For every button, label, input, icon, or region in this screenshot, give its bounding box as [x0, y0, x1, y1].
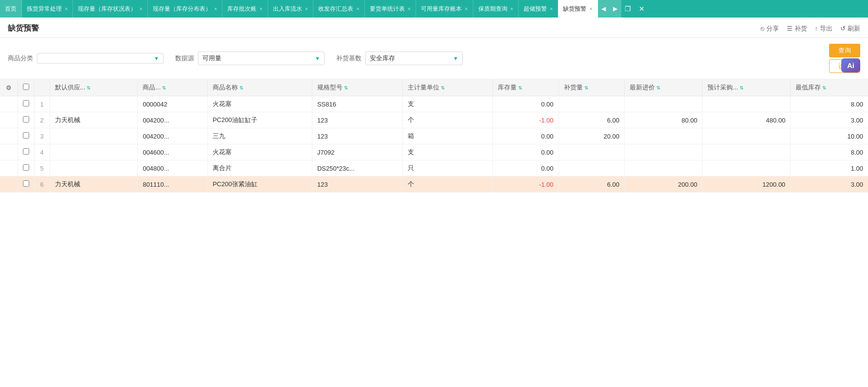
replenish-action[interactable]: ☰ 补货 [787, 24, 807, 33]
tab-inventory-status-close[interactable]: × [139, 6, 142, 12]
row-min-stock: 3.00 [791, 112, 868, 128]
th-goods-name[interactable]: 商品名称 ⇅ [207, 79, 312, 96]
row-goods-name: 火花塞 [207, 144, 312, 160]
th-checkbox[interactable] [18, 79, 34, 96]
tab-close-button[interactable]: ✕ [635, 0, 649, 18]
row-goods-code: 004600... [138, 144, 207, 160]
replenish-basis-filter: 补货基数 安全库存 ▼ [336, 52, 463, 65]
tab-prev-button[interactable]: ◀ [598, 0, 610, 18]
category-select[interactable]: ▼ [37, 53, 163, 64]
row-min-stock: 3.00 [791, 176, 868, 193]
tab-abnormal-close[interactable]: × [65, 6, 68, 12]
row-number: 3 [34, 128, 50, 144]
category-arrow-icon: ▼ [154, 55, 159, 61]
tab-shortage[interactable]: 缺货预警 × [558, 0, 597, 18]
th-unit[interactable]: 主计量单位 ⇅ [403, 79, 493, 96]
row-checkbox-cell[interactable] [18, 176, 34, 193]
row-goods-name: 火花塞 [207, 96, 312, 112]
tab-expiry[interactable]: 保质期查询 × [473, 0, 519, 18]
tab-receive-summary-close[interactable]: × [356, 6, 359, 12]
table-row: 3 004200... 三九 123 箱 0.00 20.00 10.00 [0, 128, 868, 144]
row-checkbox[interactable] [23, 148, 29, 155]
row-latest-price: 200.00 [624, 176, 702, 193]
th-min-stock[interactable]: 最低库存 ⇅ [791, 79, 868, 96]
row-goods-code: 004800... [138, 160, 207, 176]
tab-inventory-dist-close[interactable]: × [214, 6, 217, 12]
tab-restore-button[interactable]: ❐ [621, 0, 635, 18]
ai-badge[interactable]: Ai [841, 58, 860, 72]
tab-shortage-close[interactable]: × [589, 6, 592, 12]
row-latest-price [624, 128, 702, 144]
table-row: 1 0000042 火花塞 SS816 支 0.00 8.00 [0, 96, 868, 112]
row-checkbox[interactable] [23, 100, 29, 106]
tab-expiry-close[interactable]: × [510, 6, 513, 12]
tab-batch-account[interactable]: 库存批次账 × [222, 0, 268, 18]
est-purchase-sort-icon: ⇅ [740, 85, 743, 90]
tab-inventory-status-label: 现存量（库存状况表） [78, 5, 136, 13]
row-goods-code: 801110... [138, 176, 207, 193]
tab-receive-summary[interactable]: 收发存汇总表 × [313, 0, 364, 18]
row-supplier [50, 160, 138, 176]
row-stock: -1.00 [493, 112, 559, 128]
row-checkbox-cell[interactable] [18, 144, 34, 160]
tab-inventory-status[interactable]: 现存量（库存状况表） × [73, 0, 147, 18]
replenish-icon: ☰ [787, 25, 793, 32]
th-gear[interactable]: ⚙ [0, 79, 18, 96]
row-checkbox-cell[interactable] [18, 128, 34, 144]
th-spec[interactable]: 规格型号 ⇅ [312, 79, 402, 96]
th-replenish[interactable]: 补货量 ⇅ [559, 79, 624, 96]
th-goods-code[interactable]: 商品... ⇅ [138, 79, 207, 96]
row-min-stock: 8.00 [791, 144, 868, 160]
row-checkbox[interactable] [23, 164, 29, 171]
th-min-stock-label: 最低库存 [796, 83, 821, 92]
refresh-icon: ↺ [840, 25, 846, 32]
tab-batch-account-close[interactable]: × [259, 6, 262, 12]
th-stock-label: 库存量 [498, 83, 517, 92]
unit-sort-icon: ⇅ [441, 85, 445, 90]
goods-name-sort-icon: ⇅ [239, 85, 243, 90]
tab-overstock-close[interactable]: × [550, 6, 553, 12]
row-goods-name: 三九 [207, 128, 312, 144]
tab-req-stats[interactable]: 要货单统计表 × [365, 0, 416, 18]
tab-inout-flow-close[interactable]: × [305, 6, 308, 12]
refresh-action[interactable]: ↺ 刷新 [840, 24, 860, 33]
tab-avail-ledger[interactable]: 可用量库存账本 × [416, 0, 473, 18]
th-est-purchase[interactable]: 预计采购... ⇅ [703, 79, 791, 96]
row-latest-price [624, 160, 702, 176]
row-stock: 0.00 [493, 160, 559, 176]
row-est-purchase: 1200.00 [703, 176, 791, 193]
row-est-purchase [703, 144, 791, 160]
tab-home[interactable]: 首页 [0, 0, 22, 18]
replenish-sort-icon: ⇅ [584, 85, 588, 90]
row-checkbox-cell[interactable] [18, 160, 34, 176]
table-row: 4 004600... 火花塞 J7092 支 0.00 8.00 [0, 144, 868, 160]
row-checkbox-cell[interactable] [18, 96, 34, 112]
row-number: 2 [34, 112, 50, 128]
tab-inventory-dist[interactable]: 现存量（库存分布表） × [148, 0, 222, 18]
share-action[interactable]: ⎋ 分享 [760, 24, 779, 33]
row-checkbox[interactable] [23, 116, 29, 123]
datasource-select[interactable]: 可用量 ▼ [198, 52, 325, 65]
export-action[interactable]: ↑ 导出 [815, 24, 833, 33]
tab-next-button[interactable]: ▶ [610, 0, 621, 18]
tab-avail-ledger-close[interactable]: × [465, 6, 468, 12]
th-supplier[interactable]: 默认供应... ⇅ [50, 79, 138, 96]
row-est-purchase [703, 96, 791, 112]
row-checkbox-cell[interactable] [18, 112, 34, 128]
select-all-checkbox[interactable] [23, 84, 29, 90]
tab-req-stats-close[interactable]: × [408, 6, 411, 12]
row-stock: 0.00 [493, 96, 559, 112]
tab-inout-flow[interactable]: 出入库流水 × [268, 0, 313, 18]
row-checkbox[interactable] [23, 132, 29, 139]
tab-abnormal[interactable]: 拣货异常处理 × [22, 0, 73, 18]
query-button[interactable]: 查询 [829, 44, 860, 57]
row-replenish: 20.00 [559, 128, 624, 144]
row-gear-cell [0, 176, 18, 193]
table-row: 5 004800... 离合片 DS250*23c... 只 0.00 1.00 [0, 160, 868, 176]
row-latest-price [624, 144, 702, 160]
replenish-basis-select[interactable]: 安全库存 ▼ [365, 52, 463, 65]
tab-overstock[interactable]: 超储预警 × [519, 0, 558, 18]
row-checkbox[interactable] [23, 180, 29, 187]
th-stock[interactable]: 库存量 ⇅ [493, 79, 559, 96]
th-latest-price[interactable]: 最新进价 ⇅ [624, 79, 702, 96]
